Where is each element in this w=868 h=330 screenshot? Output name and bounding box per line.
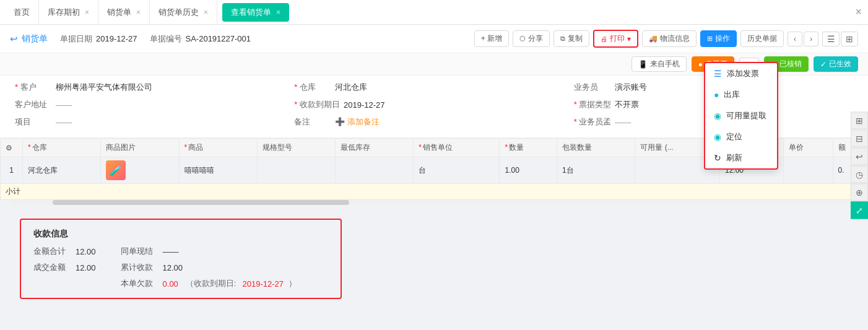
row-product-img: 🧪 bbox=[101, 157, 179, 184]
same-order-label: 同单现结 bbox=[121, 246, 158, 257]
add-invoice-label: 添加发票 bbox=[727, 68, 759, 79]
doc-type-label: 销货单 bbox=[22, 33, 48, 45]
list-view-btn[interactable]: ☰ bbox=[822, 32, 840, 46]
effective-label: 已生效 bbox=[829, 59, 851, 69]
col-product-img: 商品图片 bbox=[101, 139, 179, 157]
doc-number-field: 单据编号 SA-20191227-001 bbox=[150, 33, 251, 45]
tab-label-inventory: 库存期初 bbox=[48, 7, 80, 18]
phone-icon: 📱 bbox=[638, 60, 648, 69]
locate-icon: ◉ bbox=[714, 132, 721, 142]
doc-number-label: 单据编号 bbox=[150, 33, 182, 45]
row-quantity: 1.00 bbox=[500, 157, 557, 184]
add-invoice-icon: ☰ bbox=[714, 69, 722, 79]
right-icon-expand[interactable]: ⤢ bbox=[851, 201, 868, 219]
add-button[interactable]: + 新增 bbox=[474, 30, 509, 47]
col-min-stock: 最低库存 bbox=[336, 139, 414, 157]
right-icon-1[interactable]: ⊞ bbox=[851, 111, 868, 129]
arrears-value: 0.00 bbox=[163, 279, 178, 289]
written-off-label: 已核销 bbox=[779, 59, 802, 69]
operations-button[interactable]: ⊞ 操作 bbox=[700, 30, 737, 47]
next-button[interactable]: › bbox=[804, 32, 818, 46]
logistics-button[interactable]: 🚚 物流信息 bbox=[642, 30, 697, 47]
add-label: + 新增 bbox=[481, 33, 502, 44]
transaction-label: 成交金额 bbox=[33, 262, 71, 273]
copy-icon: ⧉ bbox=[560, 35, 565, 43]
warehouse-label: 仓库 bbox=[294, 82, 331, 93]
cumulative-label: 累计收款 bbox=[121, 262, 158, 273]
tab-label-sales: 销货单 bbox=[107, 7, 131, 18]
dropdown-item-outbound[interactable]: ● 出库 bbox=[705, 84, 777, 105]
prev-button[interactable]: ‹ bbox=[788, 32, 802, 46]
grid-view-btn[interactable]: ⊞ bbox=[841, 32, 858, 46]
product-thumbnail: 🧪 bbox=[106, 160, 126, 180]
print-dropdown-arrow: ▾ bbox=[627, 35, 631, 43]
app-close-button[interactable]: × bbox=[855, 6, 868, 19]
right-icon-2[interactable]: ⊟ bbox=[851, 129, 868, 147]
row-product: 嘻嘻嘻嘻 bbox=[179, 157, 257, 184]
scroll-thumb bbox=[53, 200, 350, 205]
customer-label: 客户 bbox=[15, 82, 52, 93]
right-icon-4[interactable]: ◷ bbox=[851, 165, 868, 183]
tab-close-history[interactable]: × bbox=[204, 8, 208, 17]
note-label: 备注 bbox=[294, 116, 331, 128]
from-phone-button[interactable]: 📱 来自手机 bbox=[631, 56, 687, 72]
view-toggle: ☰ ⊞ bbox=[822, 32, 858, 46]
col-settings[interactable]: ⚙ bbox=[1, 139, 23, 157]
horizontal-scrollbar[interactable] bbox=[10, 200, 858, 205]
col-quantity: *数量 bbox=[500, 139, 557, 157]
tab-inventory-init[interactable]: 库存期初 × bbox=[39, 0, 98, 24]
subtotal-row: 小计 bbox=[1, 184, 868, 200]
doc-date-value: 2019-12-27 bbox=[96, 34, 137, 43]
tab-view-sales[interactable]: 查看销货单 × bbox=[222, 3, 289, 22]
print-button[interactable]: 🖨 打印 ▾ bbox=[593, 30, 638, 48]
from-phone-label: 来自手机 bbox=[650, 59, 680, 69]
row-unit-price bbox=[783, 157, 833, 184]
row-pack-qty: 1台 bbox=[557, 157, 635, 184]
tab-sales-history[interactable]: 销货单历史 × bbox=[150, 0, 217, 24]
col-warehouse: *仓库 bbox=[23, 139, 101, 157]
tab-close-sales[interactable]: × bbox=[136, 8, 141, 17]
tab-close-inventory[interactable]: × bbox=[85, 8, 89, 17]
print-icon: 🖨 bbox=[601, 35, 607, 43]
tab-label-history: 销货单历史 bbox=[158, 7, 199, 18]
right-icon-5[interactable]: ⊕ bbox=[851, 183, 868, 201]
project-value: —— bbox=[56, 118, 72, 127]
right-icon-3[interactable]: ↩ bbox=[851, 147, 868, 165]
share-label: 分享 bbox=[528, 33, 543, 44]
operations-icon: ⊞ bbox=[707, 35, 713, 43]
ticket-type-label: 票据类型 bbox=[574, 99, 612, 110]
operations-dropdown: ☰ 添加发票 ● 出库 ◉ 可用量提取 ◉ 定位 ↻ 刷新 bbox=[704, 62, 778, 170]
row-spec bbox=[257, 157, 335, 184]
effective-icon: ✓ bbox=[820, 60, 827, 69]
arrears-note: （收款到期日: bbox=[186, 278, 237, 289]
dropdown-item-available-qty[interactable]: ◉ 可用量提取 bbox=[705, 105, 777, 126]
tab-sales-order[interactable]: 销货单 × bbox=[98, 0, 150, 24]
dropdown-item-locate[interactable]: ◉ 定位 bbox=[705, 126, 777, 147]
payment-info-box: 收款信息 金额合计 12.00 成交金额 12.00 同单现结 —— 累计收款 bbox=[20, 219, 342, 299]
dropdown-item-add-invoice[interactable]: ☰ 添加发票 bbox=[705, 63, 777, 84]
outbound-label: 出库 bbox=[724, 89, 740, 100]
customer-value: 柳州粤港平安气体有限公司 bbox=[56, 82, 152, 93]
row-warehouse: 河北仓库 bbox=[23, 157, 101, 184]
already-effective-button[interactable]: ✓ 已生效 bbox=[814, 56, 858, 72]
tab-home[interactable]: 首页 bbox=[5, 0, 39, 24]
operations-label: 操作 bbox=[715, 33, 730, 44]
tab-label-view-sales: 查看销货单 bbox=[231, 7, 271, 18]
copy-button[interactable]: ⧉ 复制 bbox=[553, 30, 589, 47]
share-button[interactable]: ⬡ 分享 bbox=[513, 30, 550, 47]
add-note-button[interactable]: ➕ 添加备注 bbox=[335, 116, 380, 128]
address-label: 客户地址 bbox=[15, 99, 52, 110]
doc-date-field: 单据日期 2019-12-27 bbox=[60, 33, 137, 45]
staff-value: 演示账号 bbox=[615, 82, 647, 93]
dropdown-item-refresh[interactable]: ↻ 刷新 bbox=[705, 147, 777, 168]
tab-close-view-sales[interactable]: × bbox=[276, 8, 280, 17]
doc-icon: ↩ bbox=[10, 33, 18, 45]
arrears-date: 2019-12-27 bbox=[242, 279, 284, 289]
total-amount-label: 金额合计 bbox=[33, 246, 71, 257]
address-value: —— bbox=[56, 100, 72, 110]
row-num: 1 bbox=[1, 157, 23, 184]
same-order-value: —— bbox=[163, 247, 179, 256]
history-button[interactable]: 历史单据 bbox=[740, 30, 784, 47]
logistics-icon: 🚚 bbox=[649, 35, 658, 43]
salesman-value: —— bbox=[615, 118, 631, 127]
